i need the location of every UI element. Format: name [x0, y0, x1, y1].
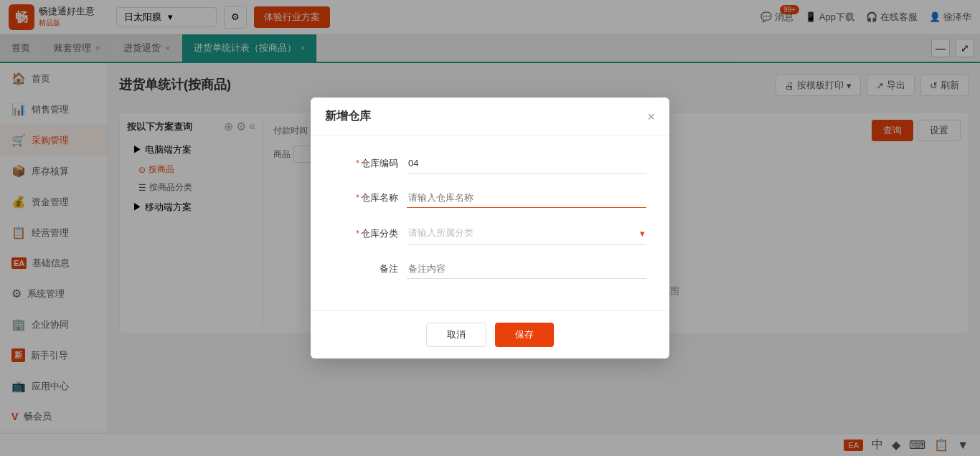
modal-footer: 取消 保存	[311, 310, 669, 358]
note-form-row: 备注	[334, 259, 646, 279]
category-label: 仓库分类	[334, 227, 398, 240]
category-placeholder: 请输入所属分类	[408, 227, 473, 239]
category-form-row: 仓库分类 请输入所属分类 ▾	[334, 222, 646, 244]
note-label: 备注	[334, 262, 398, 275]
modal-body: 仓库编码 仓库名称 仓库分类 请输入所属分类 ▾ 备注	[311, 136, 669, 310]
name-label: 仓库名称	[334, 191, 398, 204]
name-input[interactable]	[407, 188, 646, 208]
cancel-button[interactable]: 取消	[426, 323, 486, 347]
category-dropdown-icon: ▾	[640, 228, 645, 239]
modal-header: 新增仓库 ×	[311, 98, 669, 136]
modal-title: 新增仓库	[325, 109, 371, 124]
note-input[interactable]	[407, 259, 646, 279]
name-form-row: 仓库名称	[334, 188, 646, 208]
code-label: 仓库编码	[334, 157, 398, 170]
category-select[interactable]: 请输入所属分类 ▾	[407, 222, 646, 244]
code-input[interactable]	[407, 153, 646, 174]
save-button[interactable]: 保存	[495, 323, 554, 347]
modal-close-button[interactable]: ×	[647, 110, 655, 123]
code-form-row: 仓库编码	[334, 153, 646, 174]
modal-overlay: 新增仓库 × 仓库编码 仓库名称 仓库分类 请输入所属分类 ▾	[0, 0, 980, 456]
add-warehouse-modal: 新增仓库 × 仓库编码 仓库名称 仓库分类 请输入所属分类 ▾	[311, 98, 669, 358]
